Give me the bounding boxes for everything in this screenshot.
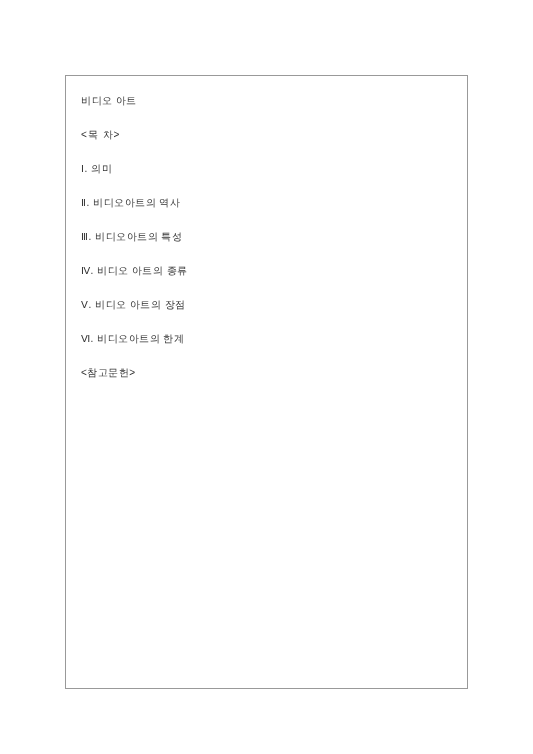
- document-page: 비디오 아트 <목 차> Ⅰ. 의미 Ⅱ. 비디오아트의 역사 Ⅲ. 비디오아트…: [65, 75, 468, 689]
- toc-item-4: Ⅳ. 비디오 아트의 종류: [81, 264, 452, 278]
- references-heading: <참고문헌>: [81, 366, 452, 380]
- toc-item-6: Ⅵ. 비디오아트의 한계: [81, 332, 452, 346]
- toc-item-5: Ⅴ. 비디오 아트의 장점: [81, 298, 452, 312]
- toc-item-2: Ⅱ. 비디오아트의 역사: [81, 196, 452, 210]
- toc-item-1: Ⅰ. 의미: [81, 162, 452, 176]
- toc-item-3: Ⅲ. 비디오아트의 특성: [81, 230, 452, 244]
- document-title: 비디오 아트: [81, 94, 452, 108]
- toc-heading: <목 차>: [81, 128, 452, 142]
